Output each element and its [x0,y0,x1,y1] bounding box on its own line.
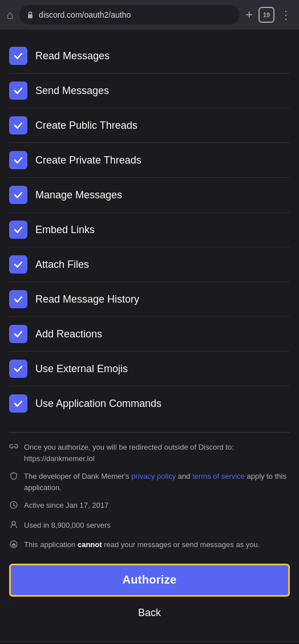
main-content: Read Messages Send Messages Create Publi… [0,30,299,637]
cannot-read-before: This application [24,540,78,549]
permission-item-read-messages[interactable]: Read Messages [9,39,290,74]
permission-item-manage-messages[interactable]: Manage Messages [9,178,290,213]
checkbox-read-messages[interactable] [9,47,27,65]
check-icon [13,225,23,235]
permission-item-add-reactions[interactable]: Add Reactions [9,317,290,352]
checkbox-use-external-emojis[interactable] [9,360,27,378]
permission-list: Read Messages Send Messages Create Publi… [9,39,290,421]
checkbox-add-reactions[interactable] [9,325,27,343]
cannot-read-after: read your messages or send messages as y… [102,540,260,549]
more-options-icon[interactable]: ⋮ [280,8,292,22]
checkbox-use-application-commands[interactable] [9,394,27,413]
permission-item-create-private-threads[interactable]: Create Private Threads [9,143,290,178]
cannot-read-bold: cannot [78,540,102,549]
tos-link[interactable]: terms of service [192,472,245,480]
url-text: discord.com/oauth2/autho [39,10,131,19]
servers-text: Used in 8,900,000 servers [24,520,111,531]
check-icon [13,259,23,270]
permission-label-attach-files: Attach Files [35,259,89,271]
permission-label-use-external-emojis: Use External Emojis [35,363,128,375]
policy-text-before: The developer of Dank Memer's [24,472,131,480]
shield-icon [9,471,18,484]
check-icon [13,294,23,304]
permission-item-read-message-history[interactable]: Read Message History [9,282,290,317]
permission-label-manage-messages: Manage Messages [35,189,122,201]
permission-label-embed-links: Embed Links [35,224,95,236]
check-icon [13,155,23,165]
checkbox-create-private-threads[interactable] [9,151,27,169]
permission-label-use-application-commands: Use Application Commands [35,398,161,410]
checkbox-create-public-threads[interactable] [9,116,27,134]
redirect-info: Once you authorize, you will be redirect… [9,442,290,464]
servers-info: Used in 8,900,000 servers [9,520,290,533]
permission-label-read-message-history: Read Message History [35,294,139,305]
check-icon [13,120,23,131]
check-icon [13,364,23,374]
permission-item-attach-files[interactable]: Attach Files [9,247,290,282]
link-icon [9,442,18,455]
policy-info: The developer of Dank Memer's privacy po… [9,471,290,493]
cannot-icon [9,540,18,552]
permission-item-embed-links[interactable]: Embed Links [9,213,290,247]
check-icon [13,398,23,409]
permission-item-create-public-threads[interactable]: Create Public Threads [9,108,290,143]
divider [9,432,290,433]
permission-item-use-application-commands[interactable]: Use Application Commands [9,386,290,421]
check-icon [13,329,23,339]
check-icon [13,85,23,96]
authorize-button[interactable]: Authorize [9,564,290,597]
browser-bar: ⌂ discord.com/oauth2/autho + 19 ⋮ [0,0,299,30]
permission-label-create-private-threads: Create Private Threads [35,154,142,166]
redirect-url: https://dankmemer.lol [24,454,95,463]
cannot-read-info: This application cannot read your messag… [9,539,290,552]
check-icon [13,51,23,61]
bottom-nav [0,641,299,645]
active-since-info: Active since Jan 17, 2017 [9,500,290,513]
active-since-text: Active since Jan 17, 2017 [24,500,108,511]
back-button[interactable]: Back [9,599,290,627]
url-bar[interactable]: discord.com/oauth2/autho [19,5,240,25]
checkbox-send-messages[interactable] [9,81,27,100]
check-icon [13,190,23,200]
svg-point-2 [12,521,15,525]
permission-label-read-messages: Read Messages [35,50,110,62]
home-icon[interactable]: ⌂ [7,9,14,22]
svg-rect-0 [28,14,33,18]
permission-label-send-messages: Send Messages [35,85,109,97]
tab-count[interactable]: 19 [258,7,274,23]
redirect-text: Once you authorize, you will be redirect… [24,443,234,451]
checkbox-embed-links[interactable] [9,221,27,239]
servers-icon [9,520,18,533]
lock-icon [26,11,34,19]
privacy-policy-link[interactable]: privacy policy [131,472,176,480]
checkbox-attach-files[interactable] [9,255,27,274]
permission-label-create-public-threads: Create Public Threads [35,120,138,132]
info-section: Once you authorize, you will be redirect… [9,442,290,552]
button-section: Authorize Back [9,564,290,637]
policy-and: and [176,472,192,480]
checkbox-read-message-history[interactable] [9,290,27,308]
permission-item-send-messages[interactable]: Send Messages [9,74,290,108]
add-tab-icon[interactable]: + [245,7,253,22]
permission-label-add-reactions: Add Reactions [35,328,102,340]
clock-icon [9,500,18,513]
permission-item-use-external-emojis[interactable]: Use External Emojis [9,352,290,386]
checkbox-manage-messages[interactable] [9,186,27,204]
